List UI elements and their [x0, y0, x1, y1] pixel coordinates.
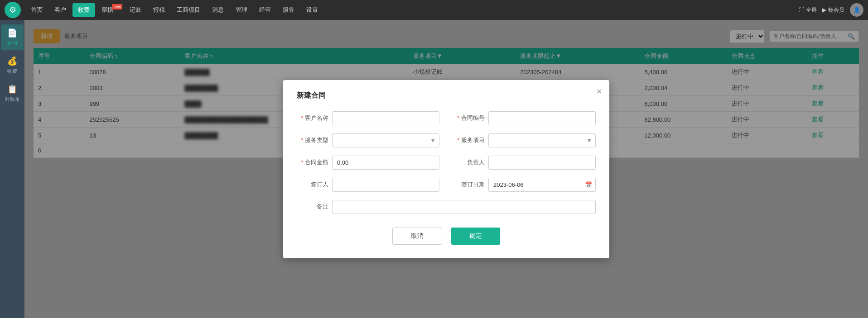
label-signer: 签订人	[297, 180, 328, 189]
fullscreen-icon: ⛶	[799, 7, 804, 13]
label-sign-date: 签订日期	[453, 180, 485, 189]
vip-icon: ▶	[822, 7, 826, 13]
nav-item-message[interactable]: 消息	[207, 3, 229, 17]
input-signer[interactable]	[332, 178, 439, 192]
nav-menu: 首页 客户 收费 票据 new 记账 报税 工商项目 消息 管理 经营 服务 设…	[25, 3, 799, 17]
nav-item-business[interactable]: 工商项目	[171, 3, 206, 17]
input-contract-amount[interactable]	[332, 156, 439, 170]
nav-item-home[interactable]: 首页	[25, 3, 48, 17]
nav-item-client[interactable]: 客户	[49, 3, 72, 17]
nav-item-operation[interactable]: 经营	[254, 3, 276, 17]
nav-item-ticket[interactable]: 票据 new	[96, 3, 123, 17]
field-contract-amount: 合同金额	[297, 156, 439, 170]
label-service-item: 服务项目	[453, 136, 485, 144]
dialog-form: 客户名称 合同编号 服务类型	[297, 111, 596, 214]
input-contract-no[interactable]	[488, 111, 596, 125]
nav-item-invoice[interactable]: 收费	[72, 3, 95, 17]
nav-item-accounts[interactable]: 记账	[124, 3, 147, 17]
input-remarks[interactable]	[332, 200, 596, 214]
cancel-button[interactable]: 取消	[392, 228, 442, 245]
label-responsible: 负责人	[453, 158, 485, 166]
input-responsible[interactable]	[488, 156, 596, 170]
vip-button[interactable]: ▶ 畅会员	[822, 6, 844, 14]
label-remarks: 备注	[297, 203, 328, 211]
fullscreen-button[interactable]: ⛶ 全屏	[799, 6, 817, 14]
field-service-type: 服务类型 ▼	[297, 133, 439, 147]
label-service-type: 服务类型	[297, 136, 328, 144]
contract-icon: 📄	[7, 28, 17, 38]
select-service-type[interactable]	[332, 133, 439, 147]
nav-item-settings[interactable]: 设置	[301, 3, 323, 17]
sidebar-item-billing[interactable]: 💰 收费	[1, 52, 24, 78]
field-sign-date: 签订日期 📅	[453, 178, 596, 192]
field-signer: 签订人	[297, 178, 439, 192]
new-badge: new	[112, 4, 122, 9]
reconcile-icon: 📋	[7, 84, 17, 94]
nav-right-actions: ⛶ 全屏 ▶ 畅会员 👤	[799, 3, 863, 17]
dialog-title: 新建合同	[297, 91, 596, 100]
top-navigation: ⚙ 首页 客户 收费 票据 new 记账 报税 工商项目 消息 管理 经营 服务…	[0, 0, 868, 20]
sidebar-item-label-contract: 合同	[7, 40, 17, 47]
sidebar-item-reconcile[interactable]: 📋 对账单	[1, 81, 24, 106]
nav-item-tax[interactable]: 报税	[148, 3, 170, 17]
input-client-name[interactable]	[332, 111, 439, 125]
sidebar: 📄 合同 💰 收费 📋 对账单	[0, 20, 24, 318]
sidebar-item-label-reconcile: 对账单	[5, 96, 20, 103]
dialog-close-button[interactable]: ✕	[596, 87, 602, 96]
billing-icon: 💰	[7, 56, 17, 66]
field-remarks: 备注	[297, 200, 596, 214]
sidebar-item-label-billing: 收费	[7, 68, 17, 75]
label-contract-no: 合同编号	[453, 114, 485, 122]
app-logo: ⚙	[5, 2, 21, 18]
nav-item-service[interactable]: 服务	[277, 3, 300, 17]
field-client-name: 客户名称	[297, 111, 439, 125]
main-layout: 📄 合同 💰 收费 📋 对账单 新增 服务项目 进行中 已完成 已取消 🔍	[0, 20, 868, 318]
field-responsible: 负责人	[453, 156, 596, 170]
input-sign-date[interactable]	[488, 178, 596, 192]
field-service-item: 服务项目 ▼	[453, 133, 596, 147]
content-area: 新增 服务项目 进行中 已完成 已取消 🔍 序号 合同编码 ⇅ 客户名称 ⇅	[24, 20, 868, 318]
new-contract-dialog: 新建合同 ✕ 客户名称 合同编号	[283, 80, 609, 258]
nav-item-manage[interactable]: 管理	[230, 3, 253, 17]
confirm-button[interactable]: 确定	[451, 228, 500, 245]
field-contract-no: 合同编号	[453, 111, 596, 125]
label-client-name: 客户名称	[297, 114, 328, 122]
dialog-footer: 取消 确定	[297, 228, 596, 245]
select-service-item[interactable]	[488, 133, 596, 147]
dialog-overlay: 新建合同 ✕ 客户名称 合同编号	[24, 20, 868, 318]
user-avatar[interactable]: 👤	[850, 3, 863, 17]
label-contract-amount: 合同金额	[297, 158, 328, 166]
sidebar-item-contract[interactable]: 📄 合同	[1, 24, 24, 50]
